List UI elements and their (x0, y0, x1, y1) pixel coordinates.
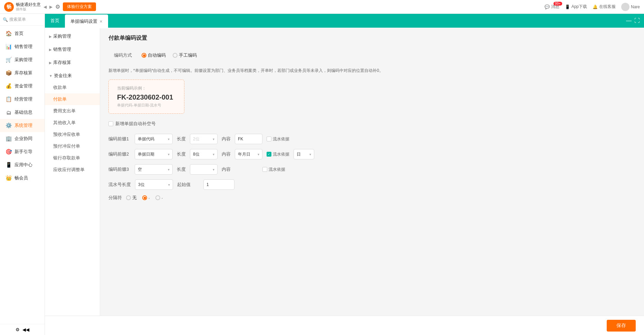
tab-maximize-icon[interactable]: ⛶ (634, 18, 640, 24)
prefix1-length-selector[interactable]: 2位 ▾ (190, 134, 218, 144)
online-support-button[interactable]: 🔔 在线客服 (593, 4, 616, 10)
sidebar-item-basicinfo[interactable]: 🗂 基础信息 (0, 106, 45, 119)
prefix2-content-selector[interactable]: 年月日 ▾ (235, 149, 262, 159)
chevron-down-icon: ▾ (168, 137, 170, 141)
separator-row: 分隔符 无 · · (108, 195, 636, 201)
separator-label: 分隔符 (108, 195, 122, 201)
prefix1-length-label: 长度 (177, 136, 186, 142)
sub-sidebar: ▶ 采购管理 ▶ 销售管理 ▶ 库存核算 (45, 28, 100, 316)
user-profile[interactable]: Nare (621, 3, 640, 11)
sub-item-bank[interactable]: 银行存取款单 (45, 152, 100, 164)
sidebar-item-home[interactable]: 🏠 首页 (0, 27, 45, 40)
collapse-icon[interactable]: ◀◀ (22, 327, 29, 332)
nav-arrow-right[interactable]: ▶ (49, 4, 52, 9)
prefix2-stream-unit-selector[interactable]: 日 ▾ (294, 149, 314, 159)
sidebar-item-operation[interactable]: 📋 经营管理 (0, 93, 45, 106)
sidebar-item-appcenter[interactable]: 📱 应用中心 (0, 158, 45, 171)
prefix3-content-label: 内容 (222, 166, 231, 173)
sep-dot-dot (142, 195, 147, 200)
sub-item-expense[interactable]: 费用支出单 (45, 105, 100, 117)
search-menu[interactable]: 🔍 搜索菜单 (0, 14, 45, 26)
code-preview-box: 当前编码示例： FK-20230602-001 单据代码-单据日期-流水号 (108, 80, 184, 114)
prefix1-selector[interactable]: 单据代码 ▾ (135, 134, 173, 144)
sub-group-inventory-title[interactable]: ▶ 库存核算 (45, 57, 100, 68)
sidebar-item-enterprise[interactable]: 🏢 企业协同 (0, 132, 45, 145)
top-bar-right: 💬 消息 99+ 📱 App下载 🔔 在线客服 Nare (545, 3, 640, 11)
chevron-down-icon: ▾ (258, 152, 259, 156)
app-icon: 📱 (565, 4, 570, 9)
appcenter-icon: 📱 (6, 162, 12, 168)
sidebar-item-inventory[interactable]: 📦 库存核算 (0, 66, 45, 80)
tab-close-icon[interactable]: ✕ (99, 19, 103, 24)
arrow-icon: ▶ (49, 61, 52, 65)
auto-fill-checkbox[interactable] (108, 121, 113, 126)
nav-arrow-left[interactable]: ◀ (44, 4, 47, 9)
prefix2-content-label: 内容 (222, 151, 231, 157)
finance-icon: 💰 (6, 83, 12, 89)
sub-item-adjustment[interactable]: 应收应付调整单 (45, 164, 100, 176)
sidebar: 🔍 搜索菜单 🏠 首页 📊 销售管理 🛒 采购管理 📦 库存核算 💰 (0, 14, 45, 335)
sidebar-item-sales[interactable]: 📊 销售管理 (0, 40, 45, 53)
sub-item-payment[interactable]: 付款单 (45, 93, 100, 105)
sub-group-sales-title[interactable]: ▶ 销售管理 (45, 44, 100, 55)
message-badge: 99+ (554, 2, 562, 6)
sub-item-pre-payable[interactable]: 预付冲应付单 (45, 140, 100, 152)
chevron-down-icon: ▾ (213, 152, 214, 156)
prefix3-stream-checkbox[interactable]: 流水依据 (262, 167, 285, 173)
app-download-button[interactable]: 📱 App下载 (565, 4, 587, 10)
coding-label: 编码方式 (114, 52, 132, 58)
prefix3-selector[interactable]: 空 ▾ (135, 164, 173, 175)
main-panel: 付款单编码设置 编码方式 自动编码 手工编码 新增单据时，*单据编码*自动生成，… (100, 28, 644, 316)
tab-minimize-icon[interactable]: — (626, 18, 632, 24)
settings-bottom-icon[interactable]: ⚙ (16, 327, 20, 332)
sub-item-receipt[interactable]: 收款单 (45, 82, 100, 93)
basicinfo-icon: 🗂 (6, 110, 12, 115)
prefix3-length-label: 长度 (177, 166, 186, 173)
message-button[interactable]: 💬 消息 99+ (545, 4, 559, 10)
top-bar: 畅 畅捷通好生意 插件版 ◀ ▶ ⚙ 体验行业方案 💬 消息 99+ 📱 App… (0, 0, 644, 14)
prefix2-selector[interactable]: 单据日期 ▾ (135, 149, 173, 159)
serial-length-selector[interactable]: 3位 ▾ (135, 179, 173, 190)
sub-group-purchase-title[interactable]: ▶ 采购管理 (45, 30, 100, 42)
prefix2-length-selector[interactable]: 8位 ▾ (190, 149, 218, 159)
prefix1-row: 编码前缀1 单据代码 ▾ 长度 2位 ▾ 内容 流水依据 (108, 134, 636, 144)
sub-group-finance-title[interactable]: ▼ 资金往来 (45, 70, 100, 82)
manual-code-radio[interactable]: 手工编码 (173, 52, 197, 58)
prefix1-content-input[interactable] (235, 134, 262, 144)
sidebar-item-guide[interactable]: 🎯 新手引导 (0, 145, 45, 158)
sep-dot-radio[interactable]: · (142, 195, 150, 201)
manual-code-dot (173, 53, 177, 58)
save-button[interactable]: 保存 (607, 320, 636, 332)
code-preview-sub: 单据代码-单据日期-流水号 (117, 103, 176, 108)
prefix1-stream-checkbox[interactable]: 流水依据 (267, 136, 289, 142)
sidebar-item-purchase[interactable]: 🛒 采购管理 (0, 53, 45, 66)
prefix1-label: 编码前缀1 (108, 136, 131, 142)
separator-options: 无 · · (126, 195, 163, 201)
inventory-icon: 📦 (6, 70, 12, 76)
tab-home[interactable]: 首页 (45, 14, 65, 28)
sidebar-item-finance[interactable]: 💰 资金管理 (0, 80, 45, 93)
start-value-input[interactable] (203, 179, 234, 190)
prefix1-content-label: 内容 (222, 136, 231, 142)
code-preview-label: 当前编码示例： (117, 85, 176, 91)
prefix2-stream-cb: ✓ (267, 152, 271, 157)
prefix3-length-selector[interactable]: ▾ (190, 164, 218, 175)
auto-code-radio[interactable]: 自动编码 (142, 52, 166, 58)
info-text: 新增单据时，*单据编码*自动生成，不可编辑。前缀设置为部门、业务员等档案类，开单… (108, 67, 636, 74)
support-icon: 🔔 (593, 4, 598, 9)
settings-icon[interactable]: ⚙ (55, 3, 60, 10)
sub-item-pre-receivable[interactable]: 预收冲应收单 (45, 129, 100, 140)
auto-fill-row: 新增单据自动补空号 (108, 121, 636, 127)
prefix2-stream-checkbox[interactable]: ✓ 流水依据 (267, 151, 289, 157)
tab-doc-code-settings[interactable]: 单据编码设置 ✕ (65, 15, 108, 28)
sep-none-radio[interactable]: 无 (126, 195, 137, 201)
arrow-expand-icon: ▼ (49, 74, 52, 78)
prefix1-stream-cb (267, 137, 271, 141)
top-bar-left: 畅 畅捷通好生意 插件版 ◀ ▶ ⚙ 体验行业方案 (4, 2, 96, 12)
sidebar-item-member[interactable]: 👑 畅会员 (0, 171, 45, 185)
trial-button[interactable]: 体验行业方案 (63, 2, 96, 11)
tab-bar-controls: — ⛶ (626, 18, 644, 24)
sub-item-other-income[interactable]: 其他收入单 (45, 117, 100, 129)
sidebar-item-system[interactable]: ⚙️ 系统管理 (0, 119, 45, 132)
sep-dot2-radio[interactable]: · (155, 195, 163, 201)
